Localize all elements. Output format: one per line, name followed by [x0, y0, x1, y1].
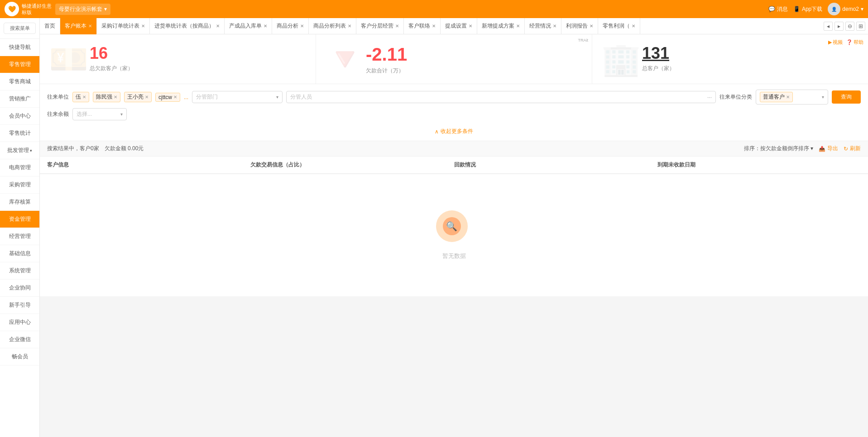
sidebar-item-basic-info[interactable]: 基础信息 — [0, 245, 39, 262]
tab-customer-tier[interactable]: 客户分层经营 ✕ — [356, 18, 404, 34]
tab-close-icon[interactable]: ✕ — [216, 24, 220, 28]
company-selector[interactable]: 母婴行业演示帐套 ▾ — [55, 4, 110, 15]
help-action[interactable]: ❓ 帮助 — [846, 39, 863, 46]
tab-customer-contact[interactable]: 客户联络 ✕ — [404, 18, 441, 34]
video-action[interactable]: ▶ 视频 — [828, 39, 843, 46]
tab-product-analysis-list[interactable]: 商品分析列表 ✕ — [309, 18, 356, 34]
tab-cost-purchase[interactable]: 产成品入库单 ✕ — [225, 18, 272, 34]
chevron-down-icon: ▾ — [120, 112, 123, 117]
query-button[interactable]: 查询 — [832, 90, 861, 104]
sort-text: 排序：按欠款金额倒序排序 ▾ — [744, 145, 813, 152]
sidebar-item-retail[interactable]: 零售管理 — [0, 56, 39, 73]
sidebar-item-enterprise-collab[interactable]: 企业协同 — [0, 280, 39, 297]
help-icon: ❓ — [846, 39, 853, 45]
message-button[interactable]: 💬 消息 — [768, 5, 788, 13]
tab-stock-stats[interactable]: 进货单统计表（按商品） ✕ — [150, 18, 225, 34]
search-menu-button[interactable]: 搜索菜单 — [4, 23, 36, 34]
tab-close-icon[interactable]: ✕ — [516, 24, 520, 28]
download-icon: 📱 — [793, 6, 800, 12]
top-bar-left: 🧡 畅捷通好生意 标版 母婴行业演示帐套 ▾ — [5, 2, 110, 16]
filter-row-2: 往来余额 选择... ▾ — [47, 108, 861, 120]
tab-new-add-plan[interactable]: 新增提成方案 ✕ — [477, 18, 525, 34]
overdue-customers-label: 总欠款客户（家） — [90, 65, 133, 72]
tab-scroll-right-button[interactable]: ▸ — [834, 22, 844, 31]
tab-close-icon[interactable]: ✕ — [432, 24, 436, 28]
stat-actions: ▶ 视频 ❓ 帮助 — [828, 39, 863, 46]
filter-more-button[interactable]: ... — [184, 94, 188, 100]
more-icon[interactable]: ··· — [707, 94, 712, 100]
sidebar-item-ecommerce[interactable]: 电商管理 — [0, 159, 39, 176]
sidebar-item-quick-nav[interactable]: 快捷导航 — [0, 39, 39, 56]
remove-tag-1[interactable]: ✕ — [114, 95, 117, 100]
sidebar-item-purchase[interactable]: 采购管理 — [0, 176, 39, 194]
tab-purchase-stats[interactable]: 采购订单统计表 ✕ — [97, 18, 150, 34]
tab-close-icon[interactable]: ✕ — [88, 24, 92, 28]
tab-close-icon[interactable]: ✕ — [264, 24, 267, 28]
branch-person-input[interactable]: 分管人员 ··· — [286, 91, 716, 103]
filter-tag-3: cjttcw ✕ — [155, 93, 180, 102]
empty-icon: 🔍 — [436, 210, 472, 247]
user-menu[interactable]: 👤 demo2 ▾ — [828, 3, 863, 15]
tab-bar: 首页 客户账本 ✕ 采购订单统计表 ✕ 进货单统计表（按商品） ✕ 产成品入库单… — [40, 18, 868, 34]
stat-card-total-customers: 🏢 131 总客户（家） ▶ 视频 ❓ 帮助 — [592, 34, 868, 84]
logo-icon: 🧡 — [5, 2, 19, 16]
export-icon: 📤 — [819, 146, 825, 152]
tab-reminder-settings[interactable]: 提成设置 ✕ — [441, 18, 477, 34]
results-bar-left: 搜索结果中，客户0家 欠款金额 0.00元 — [47, 145, 144, 152]
tab-retail-profit[interactable]: 零售利润（ ✕ — [598, 18, 640, 34]
sidebar-item-system[interactable]: 系统管理 — [0, 262, 39, 280]
empty-text: 暂无数据 — [442, 252, 466, 260]
main-layout: 搜索菜单 快捷导航 零售管理 零售商城 营销推广 会员中心 零售统计 批发管理 … — [0, 18, 868, 437]
tab-minimize-button[interactable]: ⊖ — [845, 22, 854, 31]
remove-customer-type[interactable]: ✕ — [786, 95, 790, 100]
tab-close-icon[interactable]: ✕ — [590, 24, 593, 28]
tab-close-icon[interactable]: ✕ — [469, 24, 472, 28]
tab-product-analysis[interactable]: 商品分析 ✕ — [272, 18, 309, 34]
total-customers-label: 总客户（家） — [642, 65, 675, 72]
sidebar-item-inventory[interactable]: 库存核算 — [0, 194, 39, 211]
tab-close-icon[interactable]: ✕ — [348, 24, 351, 28]
sidebar-item-finance[interactable]: 资金管理 — [0, 211, 39, 228]
sidebar-item-wholesale[interactable]: 批发管理 ▾ — [0, 142, 39, 159]
search-result-text: 搜索结果中，客户0家 — [47, 145, 99, 152]
sidebar-item-operations-mgmt[interactable]: 经营管理 — [0, 228, 39, 245]
play-icon: ▶ — [828, 39, 832, 45]
filter-tag-0: 伍 ✕ — [72, 92, 89, 102]
tab-close-icon[interactable]: ✕ — [395, 24, 399, 28]
refresh-button[interactable]: ↻ 刷新 — [844, 145, 861, 152]
sidebar: 搜索菜单 快捷导航 零售管理 零售商城 营销推广 会员中心 零售统计 批发管理 … — [0, 18, 40, 437]
col-repayment: 回款情况 — [454, 161, 657, 169]
tab-scroll-left-button[interactable]: ◂ — [824, 22, 833, 31]
app-download-button[interactable]: 📱 App下载 — [793, 5, 822, 13]
sidebar-item-marketing[interactable]: 营销推广 — [0, 90, 39, 108]
tab-close-icon[interactable]: ✕ — [553, 24, 556, 28]
sidebar-item-retail-mall[interactable]: 零售商城 — [0, 73, 39, 90]
avatar: 👤 — [828, 3, 840, 15]
remove-tag-0[interactable]: ✕ — [82, 95, 86, 100]
sidebar-item-new-guide[interactable]: 新手引导 — [0, 297, 39, 314]
overdue-amount-value: -2.11 — [366, 43, 407, 65]
tab-close-icon[interactable]: ✕ — [632, 24, 635, 28]
tab-home[interactable]: 首页 — [40, 18, 60, 34]
refresh-icon: ↻ — [844, 146, 848, 152]
logo-text: 畅捷通好生意 标版 — [22, 3, 52, 16]
sidebar-item-members[interactable]: 会员中心 — [0, 108, 39, 125]
sidebar-item-vip-member[interactable]: 畅会员 — [0, 348, 39, 366]
sidebar-item-retail-stats[interactable]: 零售统计 — [0, 125, 39, 142]
remaining-amount-select[interactable]: 选择... ▾ — [72, 108, 127, 120]
collapse-button[interactable]: ∧ 收起更多条件 — [435, 128, 473, 135]
remove-tag-3[interactable]: ✕ — [173, 95, 177, 100]
from-unit-category-select[interactable]: 普通客户 ✕ ▾ — [756, 90, 828, 104]
tab-accounts[interactable]: 客户账本 ✕ — [60, 18, 97, 34]
tab-profit-report[interactable]: 利润报告 ✕ — [561, 18, 598, 34]
tab-close-icon[interactable]: ✕ — [300, 24, 304, 28]
tab-maximize-button[interactable]: ⊞ — [856, 22, 865, 31]
branch-dept-select[interactable]: 分管部门 ▾ — [192, 91, 283, 103]
remove-tag-2[interactable]: ✕ — [145, 95, 149, 100]
logo-area: 🧡 畅捷通好生意 标版 — [5, 2, 52, 16]
export-button[interactable]: 📤 导出 — [819, 145, 838, 152]
sidebar-item-enterprise-wechat[interactable]: 企业微信 — [0, 331, 39, 348]
sidebar-item-app-center[interactable]: 应用中心 — [0, 314, 39, 331]
tab-operations[interactable]: 经营情况 ✕ — [525, 18, 561, 34]
tab-close-icon[interactable]: ✕ — [141, 24, 145, 28]
